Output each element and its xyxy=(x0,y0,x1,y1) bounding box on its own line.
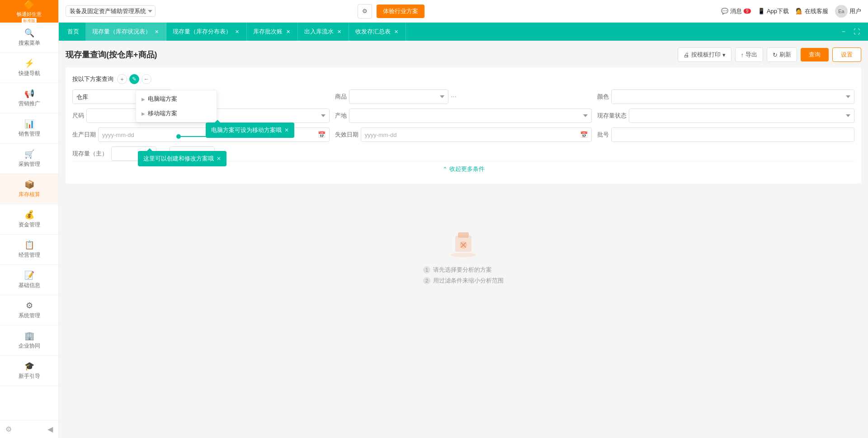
filter-add-button[interactable]: ＋ xyxy=(117,74,127,84)
tab-collect-report[interactable]: 收发存汇总表 ✕ xyxy=(349,23,406,41)
tooltip-create-close[interactable]: ✕ xyxy=(217,155,221,162)
sidebar-item-enterprise[interactable]: 🏢 企业协同 xyxy=(0,325,58,356)
expiry-date-picker[interactable]: yyyy-mm-dd 📅 xyxy=(361,127,592,142)
reset-button[interactable]: 设置 xyxy=(832,47,861,62)
product-group: 商品 ··· xyxy=(335,89,592,104)
sidebar-label-finance: 资金管理 xyxy=(19,221,40,229)
tab-home-label: 首页 xyxy=(67,28,79,36)
product-more-icon[interactable]: ··· xyxy=(451,93,457,101)
sidebar-item-operations[interactable]: 📋 经营管理 xyxy=(0,235,58,265)
filter-edit-button[interactable]: ✎ xyxy=(129,74,139,84)
collapse-sidebar-icon[interactable]: ◀ xyxy=(47,425,53,433)
purchase-icon: 🛒 xyxy=(24,149,34,159)
sidebar-item-basic[interactable]: 📝 基础信息 xyxy=(0,265,58,295)
support-button[interactable]: 💁 在线客服 xyxy=(796,7,828,15)
sidebar-item-guide[interactable]: 🎓 新手引导 xyxy=(0,356,58,386)
tab-maximize-button[interactable]: ⛶ xyxy=(851,26,862,37)
tooltip-create-scheme: 这里可以创建和修改方案哦 ✕ xyxy=(138,151,226,166)
message-button[interactable]: 💬 消息 9 xyxy=(721,7,751,15)
stock-qty-label: 现存量（主） xyxy=(72,150,108,158)
empty-state: 1 请先选择要分析的方案 2 用过滤条件来缩小分析范围 xyxy=(66,188,861,324)
sidebar-item-finance[interactable]: 💰 资金管理 xyxy=(0,204,58,235)
refresh-button[interactable]: ↻ 刷新 xyxy=(767,47,797,62)
export-button[interactable]: ↑ 导出 xyxy=(735,47,764,62)
scheme-mobile-item[interactable]: ▶ 移动端方案 xyxy=(136,107,217,120)
tab-inout-flow-close[interactable]: ✕ xyxy=(336,28,342,35)
batch-input[interactable] xyxy=(611,127,854,142)
header-settings-button[interactable]: ⚙ xyxy=(358,4,372,19)
tab-inventory-dist-close[interactable]: ✕ xyxy=(234,28,240,35)
tab-inventory-status[interactable]: 现存量（库存状况表） ✕ xyxy=(86,23,166,41)
sidebar-item-purchase[interactable]: 🛒 采购管理 xyxy=(0,144,58,174)
support-icon: 💁 xyxy=(796,8,803,14)
print-button[interactable]: 🖨 按模板打印 ▾ xyxy=(678,47,731,62)
prod-date-label: 生产日期 xyxy=(72,131,96,139)
color-group: 颜色 xyxy=(597,89,854,104)
print-dropdown-icon: ▾ xyxy=(722,52,726,58)
print-icon: 🖨 xyxy=(684,52,689,58)
color-select[interactable] xyxy=(611,89,854,104)
sidebar-item-sales[interactable]: 📊 销售管理 xyxy=(0,113,58,144)
tooltip-desktop-close[interactable]: ✕ xyxy=(284,127,289,133)
sidebar-label-basic: 基础信息 xyxy=(19,282,40,289)
tip-num-2: 2 xyxy=(423,277,430,284)
sidebar-item-quicknav[interactable]: ⚡ 快捷导航 xyxy=(0,53,58,83)
app-download-button[interactable]: 📱 App下载 xyxy=(758,7,789,15)
tabs-bar: 首页 现存量（库存状况表） ✕ 现存量（库存分布表） ✕ 库存批次账 ✕ 出入库… xyxy=(59,23,868,41)
trial-button[interactable]: 体验行业方案 xyxy=(377,5,425,18)
refresh-icon: ↻ xyxy=(773,52,778,58)
quicknav-icon: ⚡ xyxy=(24,58,34,68)
tabs-actions: － ⛶ xyxy=(835,26,866,37)
page-content: 现存量查询(按仓库+商品) 🖨 按模板打印 ▾ ↑ 导出 ↻ 刷新 查询 设置 xyxy=(59,41,868,438)
tab-inventory-status-close[interactable]: ✕ xyxy=(153,28,160,35)
message-icon: 💬 xyxy=(721,8,728,14)
color-label: 颜色 xyxy=(597,93,609,101)
tab-minimize-button[interactable]: － xyxy=(838,26,849,37)
logo-name: 畅通好生意 xyxy=(17,11,42,18)
page-actions: 🖨 按模板打印 ▾ ↑ 导出 ↻ 刷新 查询 设置 xyxy=(678,47,862,62)
tab-inventory-batch-close[interactable]: ✕ xyxy=(285,28,291,35)
page-title: 现存量查询(按仓库+商品) xyxy=(66,49,157,60)
tab-inventory-batch-label: 库存批次账 xyxy=(253,28,283,36)
sidebar-item-inventory[interactable]: 📦 库存核算 xyxy=(0,174,58,204)
sidebar-item-marketing[interactable]: 📢 营销推广 xyxy=(0,83,58,113)
scheme-desktop-item[interactable]: ▶ 电脑端方案 xyxy=(136,93,217,105)
enterprise-icon: 🏢 xyxy=(24,331,34,341)
sidebar-menu: 🔍 搜索菜单 ⚡ 快捷导航 📢 营销推广 📊 销售管理 🛒 采购管理 📦 库存核… xyxy=(0,23,58,420)
tab-inventory-dist[interactable]: 现存量（库存分布表） ✕ xyxy=(166,23,247,41)
sidebar-item-system[interactable]: ⚙ 系统管理 xyxy=(0,295,58,325)
scheme-arrow-icon: ▶ xyxy=(142,97,145,102)
prod-date-calendar-icon: 📅 xyxy=(318,131,326,138)
sidebar-label-inventory: 库存核算 xyxy=(19,191,40,198)
query-button[interactable]: 查询 xyxy=(801,48,829,61)
scheme-mobile-arrow-icon: ▶ xyxy=(142,111,145,116)
stock-status-group: 现存量状态 xyxy=(597,108,854,123)
search-icon: 🔍 xyxy=(24,28,34,38)
tab-collect-report-label: 收发存汇总表 xyxy=(355,28,391,36)
top-header: 装备及固定资产辅助管理系统 ⚙ 体验行业方案 💬 消息 9 📱 App下载 💁 … xyxy=(59,0,868,23)
user-button[interactable]: Ea 用户 xyxy=(835,5,861,18)
product-label: 商品 xyxy=(335,93,347,101)
tab-home[interactable]: 首页 xyxy=(61,23,86,41)
user-label: 用户 xyxy=(849,7,861,15)
tip-num-1: 1 xyxy=(423,266,430,273)
sidebar-item-search[interactable]: 🔍 搜索菜单 xyxy=(0,23,58,53)
filter-header: 按以下方案查询 ＋ ✎ ← xyxy=(72,74,854,84)
tab-inout-flow[interactable]: 出入库流水 ✕ xyxy=(298,23,349,41)
settings-icon[interactable]: ⚙ xyxy=(5,425,12,433)
operations-icon: 📋 xyxy=(24,240,34,250)
tab-inventory-batch[interactable]: 库存批次账 ✕ xyxy=(247,23,298,41)
stock-status-select[interactable] xyxy=(629,108,854,123)
prod-date-placeholder: yyyy-mm-dd xyxy=(102,132,134,138)
tab-collect-report-close[interactable]: ✕ xyxy=(393,28,399,35)
refresh-label: 刷新 xyxy=(779,51,791,59)
filter-back-button[interactable]: ← xyxy=(142,74,151,84)
logo-icon: 🔶 xyxy=(24,0,35,10)
guide-icon: 🎓 xyxy=(24,361,34,371)
svg-rect-2 xyxy=(458,232,469,238)
system-selector[interactable]: 装备及固定资产辅助管理系统 xyxy=(66,5,156,17)
origin-select[interactable] xyxy=(349,108,592,123)
empty-tips: 1 请先选择要分析的方案 2 用过滤条件来缩小分析范围 xyxy=(423,266,504,287)
product-select[interactable] xyxy=(349,89,448,104)
sidebar-label-quicknav: 快捷导航 xyxy=(19,70,40,77)
